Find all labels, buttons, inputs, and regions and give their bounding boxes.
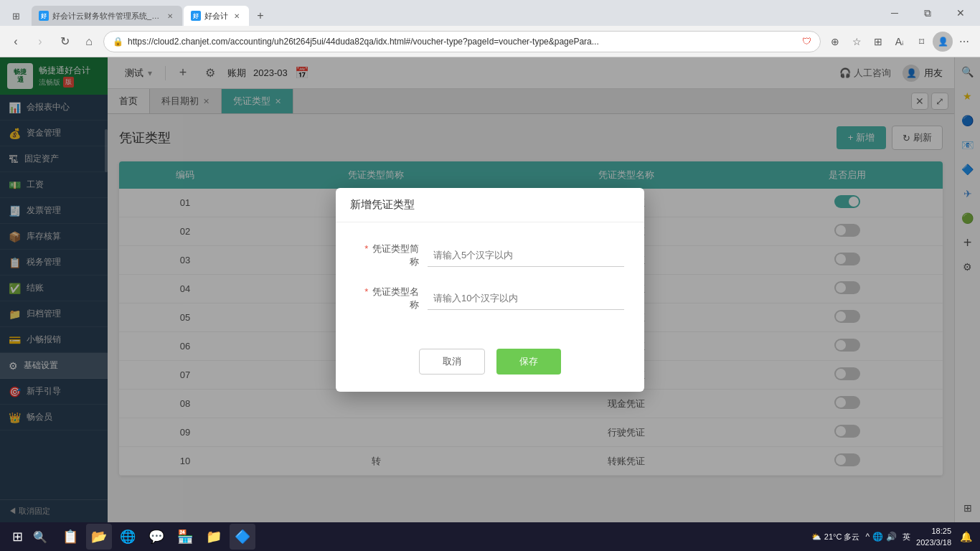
modal-dialog: 新增凭证类型 * 凭证类型简称 * 凭证类型名称 取 [336, 188, 644, 392]
field2-label: * 凭证类型名称 [356, 286, 428, 311]
browser-tab-2[interactable]: 好 好会计 ✕ [184, 6, 249, 26]
taskbar-clock: 18:25 2023/3/18 [916, 525, 951, 549]
close-btn[interactable]: ✕ [944, 0, 977, 26]
weather-text: 21°C 多云 [824, 532, 860, 542]
home-btn[interactable]: ⌂ [79, 32, 99, 52]
field2-input[interactable] [428, 287, 624, 310]
taskbar-app-store[interactable]: 🏪 [172, 524, 198, 550]
windows-controls: ⊞ [6, 6, 26, 26]
modal-body: * 凭证类型简称 * 凭证类型名称 [336, 222, 644, 340]
tab1-close[interactable]: ✕ [165, 11, 175, 21]
taskbar-app-task[interactable]: 📋 [57, 524, 83, 550]
modal-title: 新增凭证类型 [350, 198, 415, 212]
weather-icon: ⛅ [811, 532, 821, 542]
window-controls-right: ─ ⧉ ✕ [878, 0, 980, 26]
clock-date: 2023/3/18 [916, 537, 951, 549]
taskbar-weather: ⛅ 21°C 多云 [811, 532, 860, 542]
taskbar-search-btn[interactable]: 🔍 [29, 525, 52, 548]
url-text: https://cloud2.chanjet.com/accounting/uh… [128, 37, 798, 47]
field1-required: * [364, 243, 368, 254]
forward-btn[interactable]: › [30, 32, 50, 52]
cancel-button[interactable]: 取消 [419, 349, 485, 375]
taskbar-apps: 📋 📂 🌐 💬 🏪 📁 🔷 [57, 524, 811, 550]
field1-label: * 凭证类型简称 [356, 242, 428, 268]
favorites-btn[interactable]: ☆ [847, 32, 867, 52]
form-row-1: * 凭证类型简称 [356, 242, 624, 268]
address-bar[interactable]: 🔒 https://cloud2.chanjet.com/accounting/… [103, 31, 821, 52]
lock-icon: 🔒 [113, 37, 123, 47]
taskbar-app-folder[interactable]: 📁 [201, 524, 227, 550]
window-icon[interactable]: ⊞ [6, 6, 26, 26]
form-row-2: * 凭证类型名称 [356, 286, 624, 311]
tab1-favicon: 好 [39, 11, 49, 21]
taskbar-sys-icons: ^ 🌐 🔊 [865, 532, 897, 542]
taskbar-app-chrome[interactable]: 🌐 [115, 524, 141, 550]
reload-btn[interactable]: ↻ [55, 32, 75, 52]
extensions-btn[interactable]: ⊕ [825, 32, 845, 52]
notification-btn[interactable]: 🔔 [957, 528, 974, 545]
field2-label-text: 凭证类型名称 [372, 286, 419, 310]
clock-time: 18:25 [916, 525, 951, 537]
collections-btn[interactable]: ⌑ [911, 32, 931, 52]
restore-btn[interactable]: ⧉ [911, 0, 944, 26]
tab-bar: ⊞ 好 好会计云财务软件管理系统_会计 ✕ 好 好会计 ✕ + ─ ⧉ ✕ [0, 0, 980, 26]
taskbar: ⊞ 🔍 📋 📂 🌐 💬 🏪 📁 🔷 ⛅ 21°C 多云 ^ 🌐 🔊 英 18:2… [0, 522, 980, 551]
modal-header: 新增凭证类型 [336, 188, 644, 222]
taskbar-app-wechat[interactable]: 💬 [143, 524, 169, 550]
field1-input[interactable] [428, 244, 624, 267]
browser-tab-1[interactable]: 好 好会计云财务软件管理系统_会计 ✕ [32, 6, 182, 26]
taskbar-right: ⛅ 21°C 多云 ^ 🌐 🔊 英 18:25 2023/3/18 🔔 [811, 525, 974, 549]
chevron-up-icon[interactable]: ^ [865, 532, 870, 542]
save-button[interactable]: 保存 [496, 349, 561, 375]
back-btn[interactable]: ‹ [6, 32, 26, 52]
tab1-title: 好会计云财务软件管理系统_会计 [52, 11, 161, 22]
new-tab-btn[interactable]: + [250, 6, 270, 26]
tab2-favicon: 好 [191, 11, 201, 21]
field2-required: * [364, 286, 368, 297]
minimize-btn[interactable]: ─ [878, 0, 911, 26]
sound-icon: 🔊 [886, 532, 897, 542]
address-bar-row: ‹ › ↻ ⌂ 🔒 https://cloud2.chanjet.com/acc… [0, 26, 980, 57]
start-btn[interactable]: ⊞ [6, 525, 29, 548]
network-icon: 🌐 [872, 532, 883, 542]
menu-btn[interactable]: ⋯ [954, 32, 974, 52]
field1-label-text: 凭证类型简称 [372, 243, 419, 267]
profile-btn[interactable]: 👤 [933, 32, 953, 52]
browser-toolbar-right: ⊕ ☆ ⊞ Aᵢ ⌑ 👤 ⋯ [825, 32, 974, 52]
modal-footer: 取消 保存 [336, 340, 644, 392]
browser-window: ⊞ 好 好会计云财务软件管理系统_会计 ✕ 好 好会计 ✕ + ─ ⧉ ✕ ‹ … [0, 0, 980, 57]
taskbar-lang: 英 [903, 532, 910, 542]
tab2-close[interactable]: ✕ [232, 11, 242, 21]
taskbar-app-explorer[interactable]: 📂 [86, 524, 112, 550]
security-badge: 🛡 [802, 36, 811, 47]
reader-btn[interactable]: Aᵢ [890, 32, 910, 52]
modal-overlay: 新增凭证类型 * 凭证类型简称 * 凭证类型名称 取 [0, 57, 980, 522]
tab2-title: 好会计 [204, 11, 228, 22]
taskbar-app-edge[interactable]: 🔷 [230, 524, 255, 550]
split-btn[interactable]: ⊞ [868, 32, 888, 52]
